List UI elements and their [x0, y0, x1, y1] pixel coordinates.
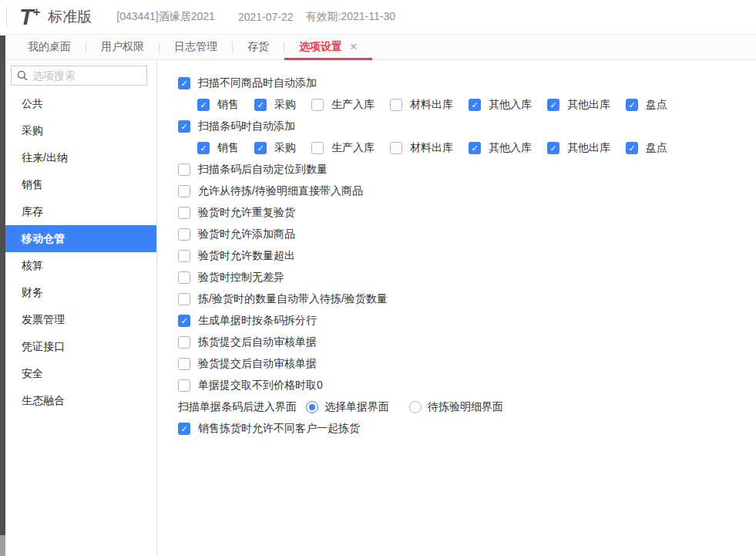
checkbox[interactable]: ✓	[197, 99, 210, 111]
checkbox[interactable]	[178, 336, 190, 349]
option-label: 验货时允许添加商品	[198, 227, 295, 241]
checkbox[interactable]: ✓	[469, 99, 481, 111]
option-label: 销售拣货时允许不同客户一起拣货	[198, 422, 360, 436]
option-label: 销售	[217, 98, 239, 112]
tab-label: 用户权限	[101, 40, 144, 54]
window-left-edge	[0, 0, 5, 556]
sidebar-item-accounting[interactable]: 核算	[5, 252, 156, 279]
sidebar-item-finance[interactable]: 财务	[5, 279, 156, 306]
checkbox[interactable]: ✓	[254, 99, 267, 111]
sidebar-item-label: 公共	[22, 97, 43, 111]
sidebar-item-label: 发票管理	[22, 313, 65, 327]
option-row: 验货时控制无差异	[178, 267, 756, 288]
tab-inventory[interactable]: 存货	[233, 35, 284, 59]
option-subrow: ✓销售✓采购生产入库材料出库✓其他入库✓其他出库✓盘点	[178, 94, 756, 116]
edition-label: 标准版	[48, 7, 92, 27]
checkbox[interactable]: ✓	[626, 99, 638, 111]
checkbox[interactable]	[178, 163, 190, 176]
sidebar-item-inventory[interactable]: 库存	[5, 198, 156, 225]
sidebar-item-sales[interactable]: 销售	[5, 171, 156, 198]
checkbox[interactable]: ✓	[178, 423, 190, 435]
checkbox-group-item: 生产入库	[311, 141, 375, 155]
option-label: 其他入库	[489, 98, 532, 112]
radio-option: 选择单据界面	[306, 400, 389, 414]
option-row: 验货时允许添加商品	[178, 224, 756, 245]
account-label: [043441]酒缘居2021	[116, 10, 215, 24]
sidebar-item-label: 核算	[22, 259, 43, 273]
checkbox[interactable]: ✓	[469, 142, 481, 154]
option-label: 盘点	[646, 141, 667, 155]
tab-user-permission[interactable]: 用户权限	[86, 35, 159, 59]
sidebar-item-label: 往来/出纳	[22, 151, 68, 165]
sidebar-item-security[interactable]: 安全	[5, 360, 156, 387]
option-label: 材料出库	[410, 98, 453, 112]
checkbox[interactable]	[178, 293, 190, 305]
sidebar-item-ar-ap-cashier[interactable]: 往来/出纳	[5, 144, 156, 171]
checkbox[interactable]: ✓	[626, 142, 638, 154]
checkbox[interactable]: ✓	[178, 120, 190, 133]
checkbox[interactable]: ✓	[178, 315, 190, 327]
sidebar-item-invoice-management[interactable]: 发票管理	[5, 306, 156, 333]
checkbox[interactable]	[311, 99, 324, 111]
checkbox[interactable]: ✓	[547, 99, 559, 111]
checkbox-group-item: ✓采购	[254, 141, 296, 155]
window-left-edge-top	[0, 0, 5, 35]
checkbox[interactable]	[178, 185, 190, 197]
login-date: 2021-07-22	[238, 11, 294, 23]
option-row: 验货提交后自动审核单据	[178, 353, 756, 375]
tab-log-management[interactable]: 日志管理	[160, 35, 232, 59]
option-label: 销售	[217, 141, 239, 155]
tab-bar: 我的桌面用户权限日志管理存货选项设置×	[5, 35, 756, 60]
checkbox[interactable]	[178, 358, 190, 370]
checkbox[interactable]: ✓	[197, 142, 210, 154]
sidebar-item-eco-integration[interactable]: 生态融合	[5, 387, 156, 414]
validity-label: 有效期:2021-11-30	[306, 10, 395, 24]
checkbox[interactable]	[178, 228, 190, 241]
tab-my-desktop[interactable]: 我的桌面	[13, 35, 86, 59]
checkbox[interactable]: ✓	[254, 142, 267, 154]
option-label: 其他入库	[489, 141, 532, 155]
sidebar-item-label: 财务	[22, 286, 43, 300]
checkbox[interactable]: ✓	[178, 77, 190, 89]
radio-button[interactable]	[409, 401, 422, 413]
checkbox[interactable]	[178, 207, 190, 219]
checkbox[interactable]	[311, 142, 324, 154]
logo-t-glyph: T	[19, 5, 33, 29]
checkbox[interactable]	[178, 271, 190, 284]
checkbox[interactable]	[390, 99, 402, 111]
radio-option-label: 待拣验明细界面	[428, 400, 503, 414]
close-tab-icon[interactable]: ×	[350, 42, 358, 52]
logo-plus-glyph: +	[32, 5, 40, 19]
option-row: 单据提交取不到价格时取0	[178, 375, 756, 396]
radio-button[interactable]	[306, 401, 318, 413]
option-row: ✓生成单据时按条码拆分行	[178, 310, 756, 332]
option-label: 拣/验货时的数量自动带入待拣/验货数量	[198, 292, 388, 306]
radio-dot	[309, 404, 315, 410]
option-label: 采购	[274, 141, 296, 155]
checkbox[interactable]	[178, 379, 190, 392]
sidebar-item-purchase[interactable]: 采购	[5, 117, 156, 144]
option-label: 扫描不同商品时自动添加	[198, 76, 317, 90]
option-search-input[interactable]	[32, 69, 141, 82]
checkbox[interactable]: ✓	[547, 142, 559, 154]
option-subrow: ✓销售✓采购生产入库材料出库✓其他入库✓其他出库✓盘点	[178, 137, 756, 159]
option-label: 验货时控制无差异	[198, 271, 284, 285]
checkbox[interactable]	[390, 142, 402, 154]
options-sidebar: 公共采购往来/出纳销售库存移动仓管核算财务发票管理凭证接口安全生态融合	[5, 60, 157, 556]
option-label: 验货时允许数量超出	[198, 249, 295, 263]
option-label: 扫描条码时自动添加	[198, 120, 295, 133]
checkbox-group-item: 材料出库	[390, 98, 453, 112]
option-search-box[interactable]	[11, 66, 147, 86]
option-radio-row: 扫描单据条码后进入界面选择单据界面待拣验明细界面	[178, 396, 756, 418]
sidebar-item-mobile-warehouse[interactable]: 移动仓管	[5, 225, 156, 252]
checkbox-group: ✓销售✓采购生产入库材料出库✓其他入库✓其他出库✓盘点	[197, 141, 683, 155]
sidebar-item-public[interactable]: 公共	[5, 90, 156, 117]
option-label: 扫描条码后自动定位到数量	[198, 163, 328, 177]
checkbox-group-item: ✓其他入库	[469, 98, 532, 112]
options-panel: ✓扫描不同商品时自动添加✓销售✓采购生产入库材料出库✓其他入库✓其他出库✓盘点✓…	[158, 60, 756, 556]
tab-label: 存货	[247, 40, 269, 54]
checkbox[interactable]	[178, 250, 190, 262]
option-label: 材料出库	[410, 141, 453, 155]
tab-option-settings[interactable]: 选项设置×	[284, 35, 372, 59]
sidebar-item-voucher-interface[interactable]: 凭证接口	[5, 333, 156, 360]
